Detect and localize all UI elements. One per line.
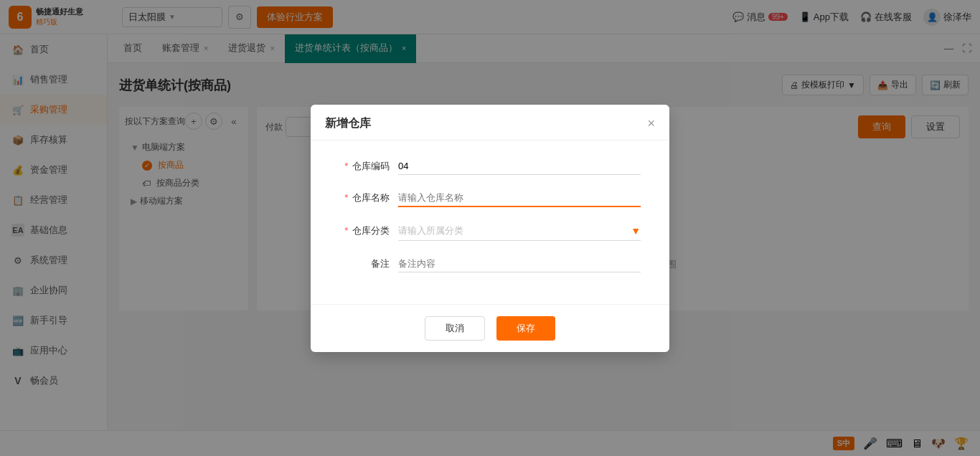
warehouse-remark-input[interactable] — [398, 255, 641, 272]
cancel-button[interactable]: 取消 — [425, 316, 485, 341]
modal-new-warehouse: 新增仓库 × * 仓库编码 * 仓库名称 — [311, 105, 669, 352]
code-label: * 仓库编码 — [339, 160, 390, 173]
remark-label: 备注 — [339, 257, 390, 270]
modal-body: * 仓库编码 * 仓库名称 * 仓库分类 请输入所属 — [311, 141, 669, 304]
category-label: * 仓库分类 — [339, 224, 390, 237]
modal-title: 新增仓库 — [325, 116, 371, 131]
warehouse-code-input[interactable] — [398, 158, 641, 175]
required-star-code: * — [344, 161, 348, 171]
form-row-remark: 备注 — [339, 255, 641, 272]
form-row-code: * 仓库编码 — [339, 158, 641, 175]
modal-header: 新增仓库 × — [311, 105, 669, 141]
name-label: * 仓库名称 — [339, 191, 390, 204]
remark-label-text: 备注 — [371, 258, 390, 269]
required-star-name: * — [344, 192, 348, 203]
chevron-down-icon: ▼ — [631, 225, 641, 237]
code-label-text: 仓库编码 — [352, 161, 390, 171]
modal-close-button[interactable]: × — [647, 116, 655, 131]
category-placeholder: 请输入所属分类 — [398, 224, 463, 237]
modal-footer: 取消 保存 — [311, 304, 669, 352]
form-row-category: * 仓库分类 请输入所属分类 ▼ — [339, 222, 641, 241]
warehouse-name-input[interactable] — [398, 189, 641, 207]
form-row-name: * 仓库名称 — [339, 189, 641, 207]
modal-overlay[interactable]: 新增仓库 × * 仓库编码 * 仓库名称 — [0, 0, 980, 456]
warehouse-category-select[interactable]: 请输入所属分类 ▼ — [398, 222, 641, 241]
required-star-category: * — [344, 225, 348, 236]
save-button[interactable]: 保存 — [496, 316, 555, 341]
name-label-text: 仓库名称 — [352, 192, 390, 203]
category-label-text: 仓库分类 — [352, 225, 390, 236]
